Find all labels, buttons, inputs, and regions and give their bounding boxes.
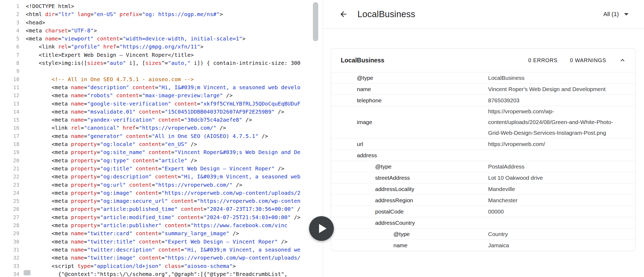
property-row[interactable]: address [331,149,635,161]
line-number: 34 [0,270,19,277]
code-line: 11 <meta name="description" content="Hi,… [0,83,312,91]
line-number: 26 [0,205,19,213]
code-text: <meta name="yandex-verification" content… [19,116,252,124]
line-number: 2 [0,10,19,18]
property-row[interactable]: nameJamaica [331,239,635,251]
property-row[interactable]: imagehttps://vroperweb.com/wp-content/up… [331,106,635,138]
chevron-down-icon [624,13,628,16]
code-text: <meta property="og:type" content="articl… [19,156,197,164]
code-text: <meta property="article:publisher" conte… [19,221,287,229]
line-number: 15 [0,116,19,124]
property-value: https://vroperweb.com/wp-content/uploads… [488,106,617,138]
line-number: 18 [0,140,19,148]
line-number: 21 [0,164,19,173]
back-button[interactable] [339,10,348,18]
code-text: <meta name="viewport" content="width=dev… [19,35,246,43]
code-text: <meta property="article:modified_time" c… [19,213,301,221]
property-name: @type [331,229,488,239]
property-row[interactable]: addressRegionManchester [331,194,635,206]
property-value: Jamaica [488,240,617,251]
property-name: postalCode [331,206,488,217]
line-number: 13 [0,100,19,108]
results-panel: LocalBusiness All (1) LocalBusiness 0 ER… [323,0,644,277]
chevron-up-icon [619,56,627,64]
code-line: 6 <link rel="profile" href="https://gmpg… [0,43,312,51]
line-number: 30 [0,238,19,246]
line-number: 32 [0,254,19,262]
code-text: <meta name="description" content="Hi, I&… [19,83,301,91]
code-text: {"@context":"https:\/\/schema.org","@gra… [19,270,287,277]
code-line: 8 <style>img:is([sizes="auto" i], [sizes… [0,59,312,67]
code-text: <link rel="profile" href="https://gmpg.o… [19,43,203,51]
property-value: 8765039203 [488,95,617,106]
code-text: <meta property="og:title" content="Exper… [19,164,284,173]
property-value: https://vroperweb.com/ [488,139,617,149]
property-value: Mandeville [488,184,617,194]
code-line: 28 <meta property="article:publisher" co… [0,221,312,229]
code-text: <head> [19,18,45,27]
code-text: <meta property="og:url" content="https:/… [19,181,242,189]
code-line: 12 <meta name="robots" content="max-imag… [0,91,312,99]
code-line: 13 <meta name="google-site-verification"… [0,100,312,108]
arrow-back-icon [339,10,348,18]
property-name: name [331,240,488,251]
property-name: addressLocality [331,184,488,194]
entity-card: LocalBusiness 0 ERRORS 0 WARNINGS @typeL… [331,48,635,251]
code-line: 14 <meta name="msvalidate.01" content="1… [0,108,312,116]
code-text: <meta charset="UTF-8"> [19,27,97,35]
code-text: <meta property="og:site_name" content="V… [19,148,301,156]
code-line: 16 <link rel="canonical" href="https://v… [0,124,312,132]
entity-filter-dropdown[interactable]: All (1) [603,11,628,18]
property-value: LocalBusiness [488,73,617,83]
code-text: <meta name="generator" content="All in O… [19,132,268,140]
line-number: 33 [0,262,19,270]
property-row[interactable]: addressLocalityMandeville [331,183,635,194]
line-number: 14 [0,108,19,116]
code-text: <style>img:is([sizes="auto" i], [sizes^=… [19,59,301,67]
line-number: 9 [0,67,19,75]
property-row[interactable]: nameVincent Roper's Web Design and Devel… [331,83,635,95]
code-line: 30 <meta name="twitter:title" content="E… [0,238,312,246]
line-number: 3 [0,18,19,27]
code-line: 10 <!-- All in One SEO 4.7.5.1 - aioseo.… [0,75,312,83]
property-row[interactable]: streetAddressLot 10 Oakwood drive [331,172,635,183]
property-value: PostalAddress [488,161,617,172]
collapse-card-button[interactable] [619,56,627,64]
code-lines-container: 1<!DOCTYPE html>2<html dir="ltr" lang="e… [0,2,312,277]
filter-label: All (1) [603,11,619,18]
property-name: address [331,150,488,161]
property-row[interactable]: urlhttps://vroperweb.com/ [331,138,635,149]
code-line: 23 <meta property="og:url" content="http… [0,181,312,189]
code-line: 22 <meta property="og:description" conte… [0,173,312,181]
code-line: 21 <meta property="og:title" content="Ex… [0,164,312,173]
code-text: <title>Expert Web Design – Vincent Roper… [19,51,194,59]
code-line: 1<!DOCTYPE html> [0,2,312,10]
code-line: 3<head> [0,18,312,27]
line-number: 12 [0,91,19,99]
line-number: 1 [0,2,19,10]
code-horizontal-scrollbar[interactable] [24,270,31,275]
property-row[interactable]: postalCode00000 [331,206,635,217]
code-text: <meta property="og:image" content="https… [19,189,301,197]
code-text: <script type="application/ld+json" class… [19,262,236,270]
run-test-button[interactable] [309,216,334,241]
property-row[interactable]: addressCountry [331,217,635,228]
line-number: 24 [0,189,19,197]
line-number: 20 [0,156,19,164]
code-text: <link rel="canonical" href="https://vrop… [19,124,226,132]
source-code-panel[interactable]: 1<!DOCTYPE html>2<html dir="ltr" lang="e… [0,0,323,277]
code-text: <!-- All in One SEO 4.7.5.1 - aioseo.com… [19,75,194,83]
code-vertical-scrollbar[interactable] [313,2,318,41]
property-row[interactable]: @typeLocalBusiness [331,72,635,83]
code-line: 24 <meta property="og:image" content="ht… [0,189,312,197]
property-row[interactable]: @typePostalAddress [331,161,635,172]
property-row[interactable]: @typeCountry [331,228,635,239]
entity-card-header[interactable]: LocalBusiness 0 ERRORS 0 WARNINGS [331,48,635,72]
validation-status: 0 ERRORS 0 WARNINGS [528,57,606,63]
code-line: 18 <meta property="og:locale" content="e… [0,140,312,148]
code-line: 34 {"@context":"https:\/\/schema.org","@… [0,270,312,277]
property-row[interactable]: telephone8765039203 [331,95,635,106]
code-text: <meta name="twitter:description" content… [19,246,301,254]
property-value: Country [488,229,617,239]
code-line: 9 [0,67,312,75]
